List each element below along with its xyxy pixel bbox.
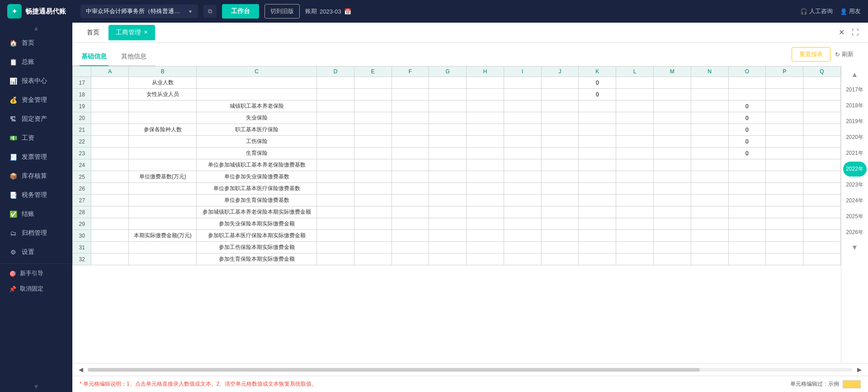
cell-r21-c5[interactable] — [392, 124, 429, 136]
cell-r26-c14[interactable] — [728, 183, 766, 195]
cell-r30-c14[interactable] — [728, 230, 766, 242]
cell-r21-c16[interactable] — [803, 124, 841, 136]
cell-r31-c6[interactable] — [429, 242, 467, 253]
cell-r25-c0[interactable] — [91, 171, 129, 183]
cell-r29-c9[interactable] — [541, 218, 579, 230]
cell-r25-c9[interactable] — [541, 171, 579, 183]
cell-r20-c16[interactable] — [803, 112, 841, 124]
cell-r21-c13[interactable] — [691, 124, 728, 136]
cell-r22-c13[interactable] — [691, 136, 728, 148]
cell-r30-c13[interactable] — [691, 230, 728, 242]
cell-r24-c15[interactable] — [766, 159, 803, 171]
cell-r26-c12[interactable] — [653, 183, 691, 195]
cell-r31-c15[interactable] — [766, 242, 803, 253]
cell-r32-c10[interactable] — [579, 253, 616, 265]
cell-r26-c2[interactable]: 单位参加职工基本医疗保险缴费基数 — [197, 183, 317, 195]
cell-r28-c7[interactable] — [467, 206, 504, 218]
cell-r22-c5[interactable] — [392, 136, 429, 148]
cell-r24-c2[interactable]: 单位参加城镇职工基本养老保险缴费基数 — [197, 159, 317, 171]
cell-r17-c16[interactable] — [803, 77, 841, 89]
year-item-2[interactable]: 2019年 — [843, 114, 867, 129]
cell-r18-c5[interactable] — [392, 89, 429, 100]
cell-r24-c12[interactable] — [653, 159, 691, 171]
cell-r29-c5[interactable] — [392, 218, 429, 230]
cell-r25-c7[interactable] — [467, 171, 504, 183]
cell-r27-c9[interactable] — [541, 195, 579, 206]
sidebar-item-invoice[interactable]: 🧾发票管理 — [0, 148, 72, 167]
cell-r20-c5[interactable] — [392, 112, 429, 124]
scroll-left-icon[interactable]: ◀ — [76, 366, 86, 373]
cell-r31-c1[interactable] — [129, 242, 197, 253]
cell-r21-c6[interactable] — [429, 124, 467, 136]
cell-r17-c6[interactable] — [429, 77, 467, 89]
cell-r26-c7[interactable] — [467, 183, 504, 195]
cell-r23-c10[interactable] — [579, 148, 616, 159]
cell-r18-c14[interactable] — [728, 89, 766, 100]
cell-r19-c16[interactable] — [803, 100, 841, 112]
cell-r21-c1[interactable]: 参保各险种人数 — [129, 124, 197, 136]
cell-r20-c4[interactable] — [354, 112, 392, 124]
cell-r29-c0[interactable] — [91, 218, 129, 230]
cell-r20-c2[interactable]: 失业保险 — [197, 112, 317, 124]
cell-r28-c12[interactable] — [653, 206, 691, 218]
spreadsheet-main[interactable]: A B C D E F G H I J K L — [72, 66, 841, 363]
cell-r25-c2[interactable]: 单位参加失业保险缴费基数 — [197, 171, 317, 183]
tab-home[interactable]: 首页 — [80, 25, 107, 40]
cell-r17-c4[interactable] — [354, 77, 392, 89]
cell-r19-c0[interactable] — [91, 100, 129, 112]
cell-r19-c9[interactable] — [541, 100, 579, 112]
cell-r23-c8[interactable] — [504, 148, 541, 159]
cell-r20-c0[interactable] — [91, 112, 129, 124]
cell-r19-c14[interactable]: 0 — [728, 100, 766, 112]
cell-r28-c16[interactable] — [803, 206, 841, 218]
cell-r24-c11[interactable] — [616, 159, 654, 171]
tab-close-button[interactable]: ✕ — [837, 26, 846, 38]
cell-r20-c9[interactable] — [541, 112, 579, 124]
cell-r24-c8[interactable] — [504, 159, 541, 171]
cell-r32-c13[interactable] — [691, 253, 728, 265]
cell-r21-c7[interactable] — [467, 124, 504, 136]
cell-r29-c12[interactable] — [653, 218, 691, 230]
cell-r18-c2[interactable] — [197, 89, 317, 100]
cell-r26-c0[interactable] — [91, 183, 129, 195]
cell-r22-c4[interactable] — [354, 136, 392, 148]
cell-r27-c7[interactable] — [467, 195, 504, 206]
cell-r30-c8[interactable] — [504, 230, 541, 242]
cell-r22-c15[interactable] — [766, 136, 803, 148]
cell-r17-c3[interactable] — [317, 77, 354, 89]
cell-r28-c11[interactable] — [616, 206, 654, 218]
cell-r29-c15[interactable] — [766, 218, 803, 230]
cell-r20-c10[interactable] — [579, 112, 616, 124]
cell-r32-c3[interactable] — [317, 253, 354, 265]
cell-r17-c0[interactable] — [91, 77, 129, 89]
cell-r25-c3[interactable] — [317, 171, 354, 183]
cell-r19-c7[interactable] — [467, 100, 504, 112]
cell-r24-c14[interactable] — [728, 159, 766, 171]
cell-r31-c11[interactable] — [616, 242, 654, 253]
cell-r31-c10[interactable] — [579, 242, 616, 253]
cell-r19-c11[interactable] — [616, 100, 654, 112]
cell-r31-c2[interactable]: 参加工伤保险本期实际缴费金额 — [197, 242, 317, 253]
cell-r28-c2[interactable]: 参加城镇职工基本养老保险本期实际缴费金额 — [197, 206, 317, 218]
cell-r27-c4[interactable] — [354, 195, 392, 206]
cell-r18-c7[interactable] — [467, 89, 504, 100]
cell-r32-c15[interactable] — [766, 253, 803, 265]
sidebar-item-inventory[interactable]: 📦库存核算 — [0, 167, 72, 186]
cell-r21-c9[interactable] — [541, 124, 579, 136]
sidebar-bottom-unpin[interactable]: 📌取消固定 — [0, 281, 72, 296]
cell-r29-c14[interactable] — [728, 218, 766, 230]
cell-r18-c15[interactable] — [766, 89, 803, 100]
cell-r32-c0[interactable] — [91, 253, 129, 265]
cell-r17-c1[interactable]: 从业人数 — [129, 77, 197, 89]
cell-r30-c7[interactable] — [467, 230, 504, 242]
cell-r25-c1[interactable]: 单位缴费基数(万元) — [129, 171, 197, 183]
cell-r31-c5[interactable] — [392, 242, 429, 253]
cell-r31-c4[interactable] — [354, 242, 392, 253]
sidebar-scroll-up[interactable]: ▲ — [0, 23, 72, 33]
cell-r23-c15[interactable] — [766, 148, 803, 159]
cell-r19-c5[interactable] — [392, 100, 429, 112]
cell-r31-c14[interactable] — [728, 242, 766, 253]
cell-r32-c9[interactable] — [541, 253, 579, 265]
cell-r26-c3[interactable] — [317, 183, 354, 195]
tab-industry[interactable]: 工商管理 ✕ — [108, 25, 155, 40]
